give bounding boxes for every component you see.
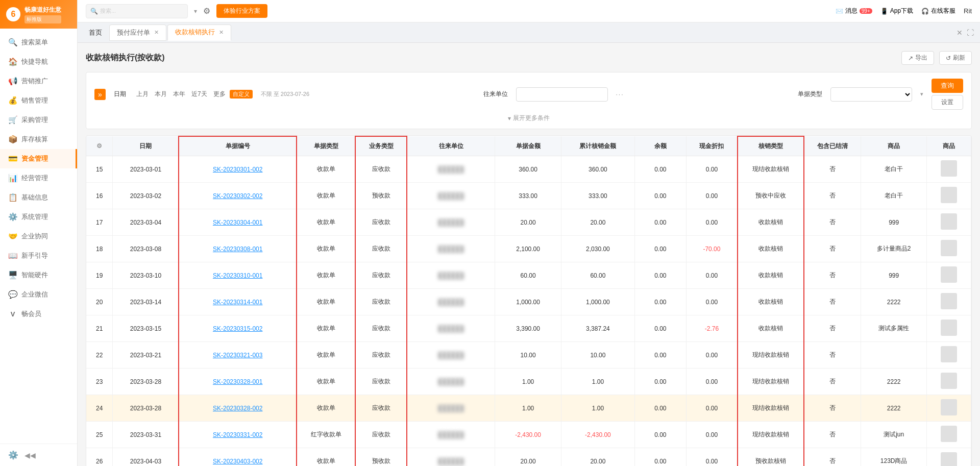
dropdown-arrow[interactable]: ▾ [194, 8, 197, 15]
filter-bar: » 日期 上月 本月 本年 近7天 更多 自定义 不限 至 2023-07-26… [86, 72, 972, 129]
date-this-month-btn[interactable]: 本月 [153, 89, 169, 100]
sidebar-item-search[interactable]: 🔍 搜索菜单 [0, 33, 77, 52]
th-date: 日期 [113, 136, 179, 156]
docno-link[interactable]: SK-20230321-003 [213, 352, 262, 359]
blurred-partner: ██████ [438, 405, 464, 412]
close-window-icon[interactable]: ✕ [957, 29, 963, 37]
td-discount: 0.00 [686, 289, 738, 315]
sidebar-item-finance[interactable]: 💳 资金管理 [0, 149, 77, 168]
sidebar-item-wechat[interactable]: 💬 企业微信 [0, 285, 77, 304]
tab-writeback-close-icon[interactable]: ✕ [219, 29, 224, 36]
sidebar-item-system[interactable]: ⚙️ 系统管理 [0, 207, 77, 227]
date-more-btn[interactable]: 更多 [211, 89, 228, 100]
filter-row: » 日期 上月 本月 本年 近7天 更多 自定义 不限 至 2023-07-26… [94, 79, 963, 110]
date-this-year-btn[interactable]: 本年 [171, 89, 187, 100]
tabbar: 首页 预付应付单 ✕ 收款核销执行 ✕ ✕ ⛶ [78, 22, 980, 43]
tab-home[interactable]: 首页 [82, 28, 109, 37]
td-docno[interactable]: SK-20230315-002 [179, 315, 296, 342]
maximize-icon[interactable]: ⛶ [967, 29, 974, 37]
td-biztype: 预收款 [355, 448, 407, 467]
industry-solution-button[interactable]: 体验行业方案 [216, 4, 267, 18]
td-docno[interactable]: SK-20230328-002 [179, 395, 296, 422]
sidebar-item-label: 企业协同 [21, 232, 48, 241]
sidebar-item-marketing[interactable]: 📢 营销推广 [0, 71, 77, 91]
td-docno[interactable]: SK-20230304-001 [179, 209, 296, 236]
sidebar-item-label: 搜索菜单 [21, 38, 48, 47]
th-biztype: 业务类型 [355, 136, 407, 156]
tab-writeback[interactable]: 收款核销执行 ✕ [167, 24, 231, 41]
docno-link[interactable]: SK-20230328-002 [213, 405, 262, 412]
tab-prepay[interactable]: 预付应付单 ✕ [109, 24, 166, 41]
sidebar-item-operation[interactable]: 📊 经营管理 [0, 168, 77, 188]
docno-link[interactable]: SK-20230331-002 [213, 431, 262, 438]
docno-link[interactable]: SK-20230328-001 [213, 378, 262, 385]
goods-thumbnail [941, 320, 957, 336]
expand-more-link[interactable]: ▾ 展开更多条件 [508, 114, 550, 122]
td-docno[interactable]: SK-20230308-001 [179, 236, 296, 262]
docno-link[interactable]: SK-20230301-002 [213, 166, 262, 173]
filter-settings-button[interactable]: 设置 [932, 95, 963, 110]
docno-link[interactable]: SK-20230304-001 [213, 219, 262, 226]
sidebar-item-member[interactable]: V 畅会员 [0, 304, 77, 324]
col-settings-icon[interactable]: ⚙ [96, 142, 102, 150]
user-name-item[interactable]: Rit [964, 7, 972, 15]
td-doctype: 收款单 [297, 183, 355, 209]
tab-writeback-label: 收款核销执行 [175, 28, 215, 37]
td-docno[interactable]: SK-20230314-001 [179, 289, 296, 315]
sidebar-item-guide[interactable]: 📖 新手引导 [0, 246, 77, 265]
sidebar-item-collab[interactable]: 🤝 企业协同 [0, 227, 77, 246]
td-goods2 [927, 448, 971, 467]
settings-gear-icon[interactable]: ⚙ [203, 6, 210, 16]
td-docno[interactable]: SK-20230403-002 [179, 448, 296, 467]
sidebar-item-label: 畅会员 [21, 309, 41, 318]
settings-icon[interactable]: ⚙️ [8, 450, 18, 460]
td-docno[interactable]: SK-20230302-002 [179, 183, 296, 209]
partner-filter-input[interactable] [516, 87, 608, 102]
td-goods: 测试多属性 [861, 315, 927, 342]
message-item[interactable]: ✉️ 消息 99+ [836, 7, 872, 15]
date-last-month-btn[interactable]: 上月 [134, 89, 151, 100]
docno-link[interactable]: SK-20230308-001 [213, 246, 262, 253]
sidebar-item-quicknav[interactable]: 🏠 快捷导航 [0, 52, 77, 71]
td-cumamount: 20.00 [561, 448, 634, 467]
sidebar-item-inventory[interactable]: 📦 库存核算 [0, 130, 77, 149]
sidebar-item-label: 智能硬件 [21, 271, 48, 280]
logo-text: 畅康道好生意 标推版 [24, 6, 61, 23]
date-7days-btn[interactable]: 近7天 [189, 89, 209, 100]
docno-link[interactable]: SK-20230315-002 [213, 325, 262, 332]
td-seq: 20 [86, 289, 113, 315]
td-doctype: 收款单 [297, 315, 355, 342]
docno-link[interactable]: SK-20230310-001 [213, 272, 262, 279]
td-docno[interactable]: SK-20230328-001 [179, 369, 296, 395]
goods-thumbnail [941, 293, 957, 309]
td-partner: ██████ [407, 448, 495, 467]
sidebar-item-purchase[interactable]: 🛒 采购管理 [0, 110, 77, 130]
td-writetype: 现结收款核销 [738, 342, 804, 369]
goods-thumbnail [941, 346, 957, 362]
td-discount: 0.00 [686, 448, 738, 467]
collab-icon: 🤝 [8, 232, 17, 241]
docno-link[interactable]: SK-20230314-001 [213, 299, 262, 306]
online-service-item[interactable]: 🎧 在线客服 [921, 7, 955, 15]
query-button[interactable]: 查询 [932, 79, 963, 93]
filter-expand-button[interactable]: » [94, 89, 106, 100]
collapse-icon[interactable]: ◀◀ [24, 451, 36, 459]
td-docno[interactable]: SK-20230301-002 [179, 156, 296, 183]
sidebar-item-sales[interactable]: 💰 销售管理 [0, 91, 77, 110]
td-date: 2023-03-14 [113, 289, 179, 315]
app-download-item[interactable]: 📱 App下载 [880, 7, 913, 15]
refresh-button[interactable]: ↺ 刷新 [939, 51, 972, 65]
date-custom-btn[interactable]: 自定义 [230, 90, 253, 99]
export-button[interactable]: ↗ 导出 [901, 51, 934, 65]
td-docno[interactable]: SK-20230310-001 [179, 262, 296, 289]
main-area: 🔍 搜索... ▾ ⚙ 体验行业方案 ✉️ 消息 99+ 📱 App下载 🎧 在… [78, 0, 980, 466]
doctype-filter-select[interactable] [830, 87, 912, 102]
sidebar-item-basic[interactable]: 📋 基础信息 [0, 188, 77, 207]
docno-link[interactable]: SK-20230403-002 [213, 458, 262, 465]
td-docno[interactable]: SK-20230321-003 [179, 342, 296, 369]
docno-link[interactable]: SK-20230302-002 [213, 192, 262, 200]
td-discount: 0.00 [686, 342, 738, 369]
td-docno[interactable]: SK-20230331-002 [179, 422, 296, 448]
tab-prepay-close-icon[interactable]: ✕ [154, 29, 159, 36]
sidebar-item-hardware[interactable]: 🖥️ 智能硬件 [0, 265, 77, 285]
